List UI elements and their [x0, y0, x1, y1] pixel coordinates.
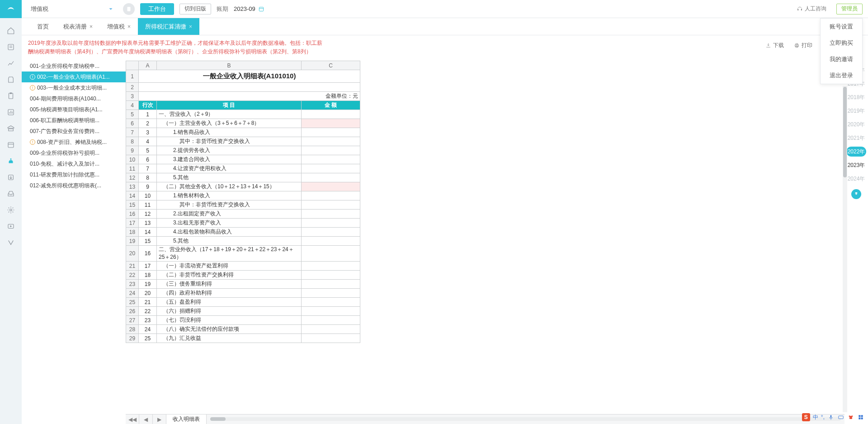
workbench-button[interactable]: 工作台 — [140, 3, 174, 15]
form-list-item[interactable]: !002-一般企业收入明细表(A1... — [22, 71, 126, 82]
cell[interactable]: 行次 — [139, 101, 157, 110]
cell[interactable]: 2.提供劳务收入 — [157, 146, 302, 155]
sheet-hscroll[interactable] — [207, 414, 844, 424]
cell[interactable] — [302, 271, 360, 280]
cell[interactable]: 7 — [126, 128, 139, 137]
cell[interactable]: 16 — [126, 210, 139, 219]
cell[interactable]: 23 — [139, 316, 157, 325]
year-pill[interactable]: 2018年 — [846, 92, 866, 102]
cell[interactable]: （三）债务重组利得 — [157, 280, 302, 289]
cell[interactable]: 22 — [139, 307, 157, 316]
form-list-item[interactable]: !008-资产折旧、摊销及纳税... — [22, 137, 126, 148]
nav-vip-icon[interactable] — [0, 234, 22, 251]
cell[interactable]: 4.出租包装物和商品收入 — [157, 228, 302, 237]
sheet-tab[interactable]: 收入明细表 — [166, 414, 207, 424]
ime-badge-icon[interactable]: S — [802, 413, 810, 421]
tab-close-icon[interactable]: × — [90, 24, 93, 30]
cell[interactable]: 17 — [126, 219, 139, 228]
cell[interactable]: 金额单位：元 — [139, 92, 360, 101]
period-picker[interactable]: 2023-09 — [234, 5, 264, 12]
cell[interactable]: 2 — [139, 119, 157, 128]
cell[interactable]: 2 — [126, 83, 139, 92]
nav-analytics-icon[interactable] — [0, 55, 22, 71]
cell[interactable]: （四）政府补助利得 — [157, 289, 302, 298]
cell[interactable]: 19 — [139, 280, 157, 289]
admin-menu-item[interactable]: 我的邀请 — [821, 51, 862, 67]
cell[interactable]: 3.出租无形资产收入 — [157, 219, 302, 228]
old-version-button[interactable]: 切到旧版 — [179, 4, 211, 14]
cell[interactable]: （一）非流动资产处置利得 — [157, 262, 302, 271]
cell[interactable]: 6 — [139, 155, 157, 164]
cell[interactable]: 12 — [126, 173, 139, 182]
cell[interactable]: 24 — [126, 289, 139, 298]
cell[interactable] — [302, 262, 360, 271]
admin-menu-item[interactable]: 账号设置 — [821, 19, 862, 35]
cell[interactable]: 7 — [139, 164, 157, 173]
cell[interactable] — [302, 173, 360, 182]
cell[interactable]: 17 — [139, 262, 157, 271]
cell[interactable]: （八）确实无法偿付的应付款项 — [157, 325, 302, 334]
cell[interactable] — [302, 289, 360, 298]
admin-menu-item[interactable]: 立即购买 — [821, 35, 862, 51]
nav-ledger-icon[interactable] — [0, 39, 22, 55]
form-list-item[interactable]: 007-广告费和业务宣传费跨... — [22, 126, 126, 137]
cell[interactable]: 26 — [126, 307, 139, 316]
nav-home-icon[interactable] — [0, 23, 22, 39]
cell[interactable]: 其中：非货币性资产交换收入 — [157, 200, 302, 210]
page-tab[interactable]: 所得税汇算清缴× — [138, 18, 199, 35]
tab-close-icon[interactable]: × — [189, 24, 192, 30]
cell[interactable]: （七）罚没利得 — [157, 316, 302, 325]
year-pill[interactable]: 2023年 — [846, 160, 866, 170]
cell[interactable]: 13 — [139, 219, 157, 228]
cell[interactable]: 二、营业外收入（17＋18＋19＋20＋21＋22＋23＋24＋25＋26） — [157, 246, 302, 262]
ime-skin-icon[interactable] — [847, 414, 854, 421]
nav-clipboard-icon[interactable] — [0, 88, 22, 104]
cell[interactable] — [302, 325, 360, 334]
cell[interactable] — [302, 228, 360, 237]
cell[interactable]: （二）其他业务收入（10＋12＋13＋14＋15） — [157, 182, 302, 191]
download-button[interactable]: 下载 — [765, 42, 784, 49]
cell[interactable]: 1.销售材料收入 — [157, 191, 302, 200]
ime-toolbox-icon[interactable] — [857, 414, 864, 421]
cell[interactable]: B — [157, 61, 302, 70]
cell[interactable] — [302, 119, 360, 128]
form-list-item[interactable]: 004-期间费用明细表(A1040... — [22, 93, 126, 104]
cell[interactable]: 5.其他 — [157, 173, 302, 182]
print-button[interactable]: 打印 — [794, 42, 812, 49]
cell[interactable]: 15 — [139, 237, 157, 246]
cell[interactable]: 19 — [126, 237, 139, 246]
cell[interactable]: 金 额 — [302, 101, 360, 110]
form-list-item[interactable]: 006-职工薪酬纳税调整明细... — [22, 115, 126, 126]
cell[interactable]: 12 — [139, 210, 157, 219]
sheet-nav-first[interactable]: ◀◀ — [126, 414, 139, 424]
cell[interactable] — [302, 191, 360, 200]
cell[interactable]: C — [302, 61, 360, 70]
cell[interactable]: 28 — [126, 325, 139, 334]
cell[interactable]: 6 — [126, 119, 139, 128]
year-more-button[interactable] — [851, 189, 861, 199]
form-list-item[interactable]: 011-研发费用加计扣除优惠... — [22, 169, 126, 180]
cell[interactable] — [302, 128, 360, 137]
nav-export-icon[interactable] — [0, 169, 22, 186]
cell[interactable]: 18 — [139, 271, 157, 280]
cell[interactable]: 15 — [126, 200, 139, 210]
ime-keyboard-icon[interactable] — [837, 414, 844, 421]
nav-tax-icon[interactable] — [0, 153, 22, 169]
cell[interactable]: （一）主营业务收入（3＋5＋6＋7＋8） — [157, 119, 302, 128]
app-logo[interactable] — [0, 0, 22, 18]
cell[interactable] — [302, 155, 360, 164]
cell[interactable]: 14 — [139, 228, 157, 237]
form-list-item[interactable]: !003-一般企业成本支出明细... — [22, 82, 126, 93]
cell[interactable] — [302, 334, 360, 343]
form-list-item[interactable]: 005-纳税调整项目明细表(A1... — [22, 104, 126, 115]
cell[interactable] — [302, 137, 360, 146]
admin-menu-item[interactable]: 退出登录 — [821, 67, 862, 84]
sheet-scroll[interactable]: ABC1一般企业收入明细表(A101010)23金额单位：元4行次项 目金 额5… — [126, 61, 844, 414]
cell[interactable] — [302, 307, 360, 316]
nav-funds-icon[interactable] — [0, 71, 22, 88]
cell[interactable]: 4 — [126, 101, 139, 110]
cell[interactable]: 一、营业收入（2＋9） — [157, 110, 302, 119]
nav-report-icon[interactable] — [0, 104, 22, 120]
form-list-item[interactable]: 012-减免所得税优惠明细表(... — [22, 180, 126, 191]
page-tab[interactable]: 首页 — [30, 18, 56, 35]
